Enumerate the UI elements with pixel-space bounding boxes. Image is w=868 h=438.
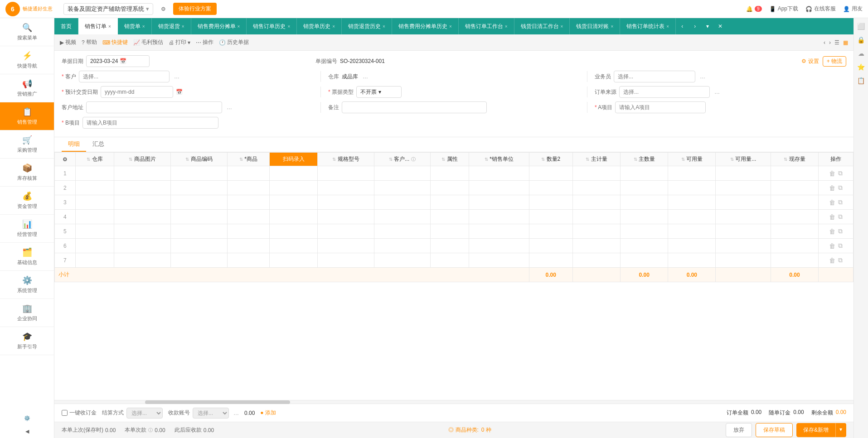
tab-summary[interactable]: 汇总 (86, 137, 111, 152)
operations-btn[interactable]: ⋯ 操作 (196, 39, 213, 46)
one-click-input[interactable] (62, 410, 68, 416)
account-select[interactable]: 选择... (193, 408, 229, 419)
sidebar-item-marketing[interactable]: 📢 营销推广 (0, 74, 54, 102)
close-tab-icon[interactable]: × (182, 24, 184, 29)
tab-sales-history[interactable]: 销售订单历史 × (247, 18, 297, 34)
close-tab-icon[interactable]: × (505, 24, 508, 29)
sidebar-item-guide[interactable]: 🎓 新手引导 (0, 327, 54, 355)
project-b-input[interactable] (82, 117, 218, 129)
logistics-btn[interactable]: + 物流 (823, 56, 846, 67)
address-input[interactable] (86, 101, 222, 113)
sidebar-item-purchase[interactable]: 🛒 采购管理 (0, 130, 54, 159)
notification-bell[interactable]: 🔔 9 (746, 6, 762, 12)
sidebar-item-basic[interactable]: 🗂️ 基础信息 (0, 243, 54, 271)
sidebar-item-quicknav[interactable]: ⚡ 快捷导航 (0, 46, 54, 74)
col-current-stock[interactable]: ⇅ 现存量 (771, 153, 818, 166)
col-main-qty[interactable]: ⇅ 主数量 (621, 153, 668, 166)
profit-btn[interactable]: 📈 毛利预估 (133, 39, 163, 46)
help-btn[interactable]: ? 帮助 (82, 39, 97, 46)
tab-sales-order[interactable]: 销售订单 × (78, 18, 118, 34)
delete-icon[interactable]: 🗑 (829, 242, 835, 250)
delete-icon[interactable]: 🗑 (829, 213, 835, 221)
copy-icon[interactable]: ⧉ (838, 242, 843, 250)
shortcut-btn[interactable]: ⌨ 快捷键 (102, 39, 128, 46)
tab-cash-daily2[interactable]: 钱货日清对账 × (570, 18, 620, 34)
account-dots[interactable]: … (233, 410, 239, 416)
add-button[interactable]: ● 添加 (260, 409, 276, 417)
delete-icon[interactable]: 🗑 (829, 184, 835, 192)
system-name[interactable]: 装备及固定资产辅助管理系统 ▾ (63, 3, 153, 15)
sidebar-item-operations[interactable]: 📊 经营管理 (0, 215, 54, 243)
invoice-select[interactable]: 不开票 ▾ (356, 86, 402, 98)
sidebar-settings-btn[interactable]: ⚙️ (0, 412, 54, 425)
tab-sales-workbench[interactable]: 销售订单工作台 × (459, 18, 514, 34)
col-available2[interactable]: ⇅ 可用量... (716, 153, 771, 166)
order-source-input[interactable] (619, 86, 710, 98)
tab-cash-daily1[interactable]: 钱货日清工作台 × (514, 18, 570, 34)
address-dots[interactable]: … (227, 104, 232, 111)
col-attributes[interactable]: ⇅ 属性 (430, 153, 469, 166)
sidebar-item-finance[interactable]: 💰 资金管理 (0, 187, 54, 215)
delete-icon[interactable]: 🗑 (829, 228, 835, 235)
col-settings[interactable]: ⚙ (55, 153, 76, 166)
close-tab-icon[interactable]: × (611, 24, 613, 29)
tab-list-btn[interactable]: ▾ (701, 18, 714, 34)
date-input[interactable]: 2023-03-24 📅 (86, 55, 150, 67)
tab-sales-fee-history[interactable]: 销售费用分摊单历史 × (392, 18, 459, 34)
delete-icon[interactable]: 🗑 (829, 257, 835, 264)
col-scan[interactable]: 扫码录入 (269, 153, 317, 166)
col-product[interactable]: ⇅ *商品 (227, 153, 269, 166)
save-new-dropdown-icon[interactable]: ▾ (835, 423, 846, 437)
close-tab-icon[interactable]: × (287, 24, 290, 29)
close-tab-icon[interactable]: × (561, 24, 563, 29)
right-panel-item-3[interactable]: ☁ (855, 47, 868, 60)
discard-button[interactable]: 放弃 (726, 423, 752, 437)
col-warehouse[interactable]: ⇅ 仓库 (75, 153, 114, 166)
settings-link[interactable]: ⚙ 设置 (801, 58, 819, 65)
sidebar-item-inventory[interactable]: 📦 库存核算 (0, 159, 54, 187)
close-tab-icon[interactable]: × (666, 24, 669, 29)
scrollbar-thumb[interactable] (145, 400, 290, 404)
list-view-btn[interactable]: ☰ (834, 39, 839, 46)
tab-detail[interactable]: 明细 (62, 137, 86, 152)
tab-next-btn[interactable]: › (689, 18, 701, 34)
col-code[interactable]: ⇅ 商品编码 (171, 153, 228, 166)
staff-input[interactable] (614, 71, 695, 82)
col-qty2[interactable]: ⇅ 数量2 (529, 153, 572, 166)
close-tab-icon[interactable]: × (142, 24, 145, 29)
col-customer-code[interactable]: ⇅ 客户... ⓘ (374, 153, 430, 166)
table-view-btn[interactable]: ▦ (843, 39, 848, 46)
copy-icon[interactable]: ⧉ (838, 198, 843, 206)
source-dots[interactable]: … (714, 89, 720, 95)
project-a-input[interactable] (615, 101, 706, 113)
col-spec[interactable]: ⇅ 规格型号 (318, 153, 374, 166)
delivery-date-input[interactable] (101, 86, 173, 98)
next-record-btn[interactable]: › (829, 39, 831, 46)
col-sales-unit[interactable]: ⇅ *销售单位 (469, 153, 529, 166)
app-download-link[interactable]: 📱 App下载 (769, 5, 798, 13)
copy-icon[interactable]: ⧉ (838, 169, 843, 177)
sidebar-item-enterprise[interactable]: 🏢 企业协同 (0, 299, 54, 327)
tab-close-all-btn[interactable]: ✕ (714, 18, 727, 34)
tab-prev-btn[interactable]: ‹ (676, 18, 689, 34)
history-btn[interactable]: 🕐 历史单据 (219, 39, 249, 46)
close-tab-icon[interactable]: × (449, 24, 452, 29)
staff-dots[interactable]: … (700, 73, 705, 80)
sidebar-item-sales[interactable]: 📋 销售管理 (0, 102, 54, 130)
prev-record-btn[interactable]: ‹ (824, 39, 825, 46)
tab-home[interactable]: 首页 (54, 18, 78, 34)
copy-icon[interactable]: ⧉ (838, 256, 843, 264)
print-btn[interactable]: 🖨 打印 ▾ (169, 39, 190, 46)
tab-sales-stat[interactable]: 销售订单统计表 × (620, 18, 676, 34)
sidebar-item-system[interactable]: ⚙️ 系统管理 (0, 271, 54, 299)
copy-icon[interactable]: ⧉ (838, 213, 843, 221)
col-available[interactable]: ⇅ 可用量 (668, 153, 716, 166)
tab-sales-fee-split[interactable]: 销售费用分摊单 × (191, 18, 247, 34)
customer-dots[interactable]: … (174, 73, 179, 80)
tab-sales-return-history[interactable]: 销货单历史 × (297, 18, 342, 34)
copy-icon[interactable]: ⧉ (838, 184, 843, 192)
col-image[interactable]: ⇅ 商品图片 (114, 153, 171, 166)
tab-sales-refund-history[interactable]: 销货退货历史 × (342, 18, 392, 34)
close-tab-icon[interactable]: × (383, 24, 385, 29)
one-click-checkbox[interactable]: 一键收订金 (62, 409, 97, 417)
